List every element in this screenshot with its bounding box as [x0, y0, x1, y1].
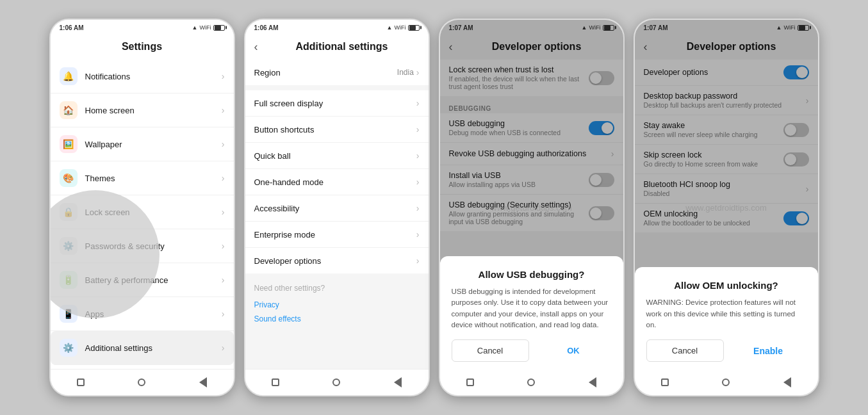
notifications-label: Notifications [85, 72, 222, 81]
phones-container: 1:06 AM ▲ WiFi Settings 🔔 Notifications … [0, 12, 868, 403]
nav-square-btn-2[interactable] [268, 375, 283, 390]
settings-item-developer[interactable]: Developer options › [245, 248, 429, 273]
onehanded-label: One-handed mode [254, 177, 416, 187]
settings-item-passwords[interactable]: ⚙️ Passwords & security › [51, 229, 234, 263]
phone-3: 1:07 AM ▲ WiFi ‹ Developer options Lock … [439, 19, 625, 396]
time-1: 1:06 AM [60, 24, 84, 31]
homescreen-label: Home screen [85, 106, 222, 115]
notifications-text: Notifications [85, 72, 222, 81]
oem-dialog-box: Allow OEM unlocking? WARNING: Device pro… [635, 267, 818, 372]
oem-dialog-text: WARNING: Device protection features will… [646, 297, 807, 330]
nav-circle-btn-2[interactable] [329, 375, 344, 390]
additional-icon: ⚙️ [60, 339, 78, 357]
settings-item-onehanded[interactable]: One-handed mode › [245, 169, 429, 195]
usb-dialog-overlay: Allow USB debugging? USB debugging is in… [440, 20, 623, 372]
quickball-label: Quick ball [254, 151, 416, 161]
settings-item-additional[interactable]: ⚙️ Additional settings › [51, 331, 234, 365]
onehanded-arrow: › [416, 177, 420, 187]
battery-icon-2 [408, 25, 420, 31]
nav-square-btn-1[interactable] [73, 375, 88, 390]
settings-item-region[interactable]: Region India › [245, 60, 429, 85]
battery-text: Battery & performance [85, 275, 222, 285]
settings-item-lockscreen[interactable]: 🔒 Lock screen › [51, 195, 234, 229]
passwords-icon: ⚙️ [60, 237, 78, 255]
nav-triangle-2 [394, 377, 402, 387]
nav-square-btn-4[interactable] [657, 375, 673, 390]
notifications-arrow: › [222, 71, 225, 81]
onehanded-text: One-handed mode [254, 177, 416, 187]
settings-item-enterprise[interactable]: Enterprise mode › [245, 222, 429, 248]
fullscreen-label: Full screen display [254, 99, 416, 108]
usb-cancel-button[interactable]: Cancel [452, 339, 529, 362]
oem-cancel-button[interactable]: Cancel [646, 339, 724, 362]
settings-item-apps[interactable]: 📱 Apps › [51, 297, 234, 331]
lockscreen-label: Lock screen [85, 208, 222, 217]
nav-back-btn-3[interactable] [585, 375, 600, 390]
fullscreen-text: Full screen display [254, 99, 416, 108]
nav-circle-1 [138, 378, 145, 386]
settings-group-2: Full screen display › Button shortcuts ›… [245, 90, 429, 273]
additional-text: Additional settings [85, 343, 222, 353]
back-button-2[interactable]: ‹ [254, 40, 258, 54]
enterprise-label: Enterprise mode [254, 230, 416, 240]
usb-ok-button[interactable]: OK [536, 339, 612, 362]
passwords-label: Passwords & security [85, 241, 222, 251]
apps-icon: 📱 [60, 305, 78, 323]
enterprise-text: Enterprise mode [254, 230, 416, 240]
phone-4: 1:07 AM ▲ WiFi ‹ Developer options Devel… [634, 19, 819, 396]
oem-dialog-overlay: Allow OEM unlocking? WARNING: Device pro… [635, 20, 818, 372]
apps-label: Apps [85, 309, 222, 319]
header-1: Settings [51, 34, 234, 60]
battery-icon-1 [213, 25, 225, 31]
lockscreen-icon: 🔒 [60, 203, 78, 221]
homescreen-text: Home screen [85, 106, 222, 115]
settings-item-fullscreen[interactable]: Full screen display › [245, 90, 429, 117]
quickball-text: Quick ball [254, 151, 416, 161]
settings-item-button-shortcuts[interactable]: Button shortcuts › [245, 117, 429, 143]
themes-icon: 🎨 [60, 169, 78, 187]
oem-dialog-title: Allow OEM unlocking? [646, 280, 807, 291]
sound-effects-link[interactable]: Sound effects [245, 312, 429, 326]
wallpaper-label: Wallpaper [85, 140, 222, 149]
status-bar-2: 1:06 AM ▲ WiFi [245, 20, 429, 34]
screen-content-2: Region India › Full screen display › But… [245, 60, 429, 369]
nav-back-btn-4[interactable] [780, 375, 795, 390]
status-icons-2: ▲ WiFi [387, 24, 420, 31]
privacy-link[interactable]: Privacy [245, 298, 429, 312]
nav-circle-btn-4[interactable] [718, 375, 733, 390]
bottom-nav-1 [51, 369, 234, 395]
nav-back-btn-2[interactable] [390, 375, 405, 390]
screen-content-1: 🔔 Notifications › 🏠 Home screen › 🖼️ [51, 60, 234, 369]
region-label: Region [254, 68, 397, 77]
settings-item-quickball[interactable]: Quick ball › [245, 143, 429, 169]
oem-enable-button[interactable]: Enable [730, 339, 807, 362]
nav-square-btn-3[interactable] [463, 375, 478, 390]
nav-triangle-1 [199, 377, 207, 387]
nav-back-btn-1[interactable] [195, 375, 211, 390]
fullscreen-arrow: › [416, 98, 420, 108]
battery-arrow: › [222, 275, 225, 285]
nav-circle-btn-1[interactable] [134, 375, 149, 390]
apps-arrow: › [222, 309, 225, 319]
nav-circle-btn-3[interactable] [523, 375, 539, 390]
region-value: India [397, 68, 414, 77]
page-title-2: Additional settings [265, 41, 420, 53]
homescreen-icon: 🏠 [60, 101, 78, 119]
nav-circle-2 [332, 378, 340, 386]
signal-icon-2: ▲ [387, 24, 393, 31]
developer-label: Developer options [254, 256, 416, 266]
bottom-nav-3 [440, 369, 623, 395]
themes-text: Themes [85, 174, 222, 183]
region-text: Region [254, 68, 397, 77]
settings-item-accessibility[interactable]: Accessibility › [245, 195, 429, 222]
settings-item-homescreen[interactable]: 🏠 Home screen › [51, 94, 234, 127]
phone-1: 1:06 AM ▲ WiFi Settings 🔔 Notifications … [49, 19, 235, 396]
settings-item-wallpaper[interactable]: 🖼️ Wallpaper › [51, 127, 234, 161]
settings-item-battery[interactable]: 🔋 Battery & performance › [51, 263, 234, 297]
nav-square-4 [661, 378, 669, 386]
settings-item-notifications[interactable]: 🔔 Notifications › [51, 60, 234, 94]
homescreen-arrow: › [222, 105, 225, 115]
passwords-arrow: › [222, 241, 225, 251]
settings-item-themes[interactable]: 🎨 Themes › [51, 161, 234, 195]
nav-square-1 [77, 378, 85, 386]
